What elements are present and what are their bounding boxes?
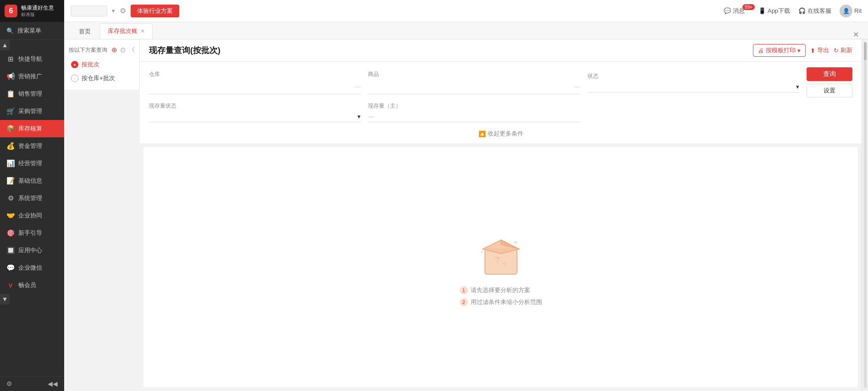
sidebar-nav: ▲ ⊞ 快捷导航 📢 营销推广 📋 销售管理 🛒 采购管理 📦 库存核算 💰 资…	[0, 40, 64, 376]
collapse-sidebar-btn[interactable]: ◀◀	[48, 380, 58, 387]
product-dots[interactable]: ···	[574, 83, 580, 91]
breadcrumb-input[interactable]	[71, 5, 107, 16]
stock-status-select[interactable]: ▾	[149, 111, 361, 122]
topbar: ▾ ⚙ 体验行业方案 💬 消息 99+ 📱 App下载 🎧 在线客服 👤 Rit	[64, 0, 868, 22]
quick-nav-icon: ⊞	[6, 55, 15, 63]
sidebar-scroll-up[interactable]: ▲	[0, 40, 10, 50]
sidebar-item-app-center[interactable]: 🔲 应用中心	[0, 242, 64, 259]
svg-text:✦: ✦	[480, 250, 484, 255]
sidebar-item-inventory[interactable]: 📦 库存核算	[0, 120, 64, 137]
basic-info-icon: 📝	[6, 177, 15, 185]
filter-area: 仓库 ··· 商品 ···	[140, 62, 862, 143]
settings-footer-btn[interactable]: ⚙	[6, 380, 12, 387]
wechat-icon: 💬	[6, 264, 15, 272]
filter-status: 状态 ▾	[588, 72, 799, 92]
system-icon: ⚙	[6, 194, 15, 202]
search-icon: 🔍	[6, 27, 14, 34]
collapse-more-btn[interactable]: 🔼 收起更多条件	[149, 127, 852, 138]
query-btn[interactable]: 查询	[807, 67, 852, 81]
tab-home[interactable]: 首页	[71, 24, 98, 39]
sidebar-item-guide[interactable]: 🎯 新手引导	[0, 224, 64, 242]
sidebar-item-system[interactable]: ⚙ 系统管理	[0, 190, 64, 207]
filter-row-1: 仓库 ··· 商品 ···	[149, 67, 852, 98]
action-buttons: 查询 设置	[807, 67, 852, 98]
refresh-btn[interactable]: ↻ 刷新	[834, 46, 852, 54]
scrollbar-track	[864, 42, 867, 388]
avatar: 👤	[840, 5, 852, 17]
add-schema-btn[interactable]: ⊕	[111, 46, 117, 54]
service-icon: 🎧	[798, 7, 806, 14]
left-panel: 按以下方案查询 ⊕ ⊙ 《 ● 按批次	[64, 39, 140, 90]
filter-warehouse: 仓库 ···	[149, 71, 361, 94]
download-icon: 📱	[758, 7, 766, 14]
filter-stock-status: 现存量状态 ▾	[149, 102, 361, 122]
left-panel-actions: ⊕ ⊙ 《	[111, 46, 135, 54]
message-icon: 💬	[724, 7, 731, 14]
app-center-icon: 🔲	[6, 246, 15, 255]
sidebar-item-quick-nav[interactable]: ⊞ 快捷导航	[0, 50, 64, 68]
right-panel: 现存量查询(按批次) 🖨 按模板打印 ▾ ⬆ 导出 ↻	[140, 39, 862, 391]
stock-qty-placeholder: —	[368, 113, 374, 120]
sidebar-scroll-down[interactable]: ▼	[0, 294, 10, 304]
stock-qty-label: 现存量（主）	[368, 102, 580, 110]
export-btn[interactable]: ⬆ 导出	[810, 46, 829, 54]
right-scrollbar[interactable]	[862, 39, 868, 391]
hint-item-1: 1 请先选择要分析的方案	[460, 286, 542, 294]
product-input[interactable]	[368, 81, 570, 92]
schema-settings-btn[interactable]: ⊙	[120, 46, 126, 54]
product-label: 商品	[368, 71, 580, 78]
content-area: 按以下方案查询 ⊕ ⊙ 《 ● 按批次	[64, 39, 868, 391]
tab-inventory-batch[interactable]: 库存批次账 ✕	[100, 23, 153, 39]
chevron-down-icon[interactable]: ▾	[112, 7, 115, 14]
export-icon: ⬆	[810, 47, 815, 54]
stock-status-label: 现存量状态	[149, 102, 361, 110]
print-btn[interactable]: 🖨 按模板打印 ▾	[753, 44, 806, 57]
empty-hints: 1 请先选择要分析的方案 2 用过滤条件来缩小分析范围	[460, 286, 542, 306]
schema-item-by-warehouse-batch[interactable]: ○ 按仓库+批次	[64, 71, 139, 85]
status-select[interactable]: ▾	[588, 81, 799, 92]
warehouse-input[interactable]	[149, 81, 351, 92]
sidebar-item-wechat[interactable]: 💬 企业微信	[0, 259, 64, 277]
purchase-icon: 🛒	[6, 107, 15, 115]
sidebar-item-marketing[interactable]: 📢 营销推广	[0, 68, 64, 85]
sidebar-search[interactable]: 🔍 搜索菜单	[0, 22, 64, 40]
page-header: 现存量查询(按批次) 🖨 按模板打印 ▾ ⬆ 导出 ↻	[140, 39, 862, 62]
sidebar-item-sales[interactable]: 📋 销售管理	[0, 85, 64, 103]
page-header-top: 现存量查询(按批次) 🖨 按模板打印 ▾ ⬆ 导出 ↻	[149, 44, 852, 57]
message-btn[interactable]: 💬 消息 99+	[724, 7, 750, 15]
sidebar-header: 6 畅康通好生意 标准版	[0, 0, 64, 22]
collapse-left-panel-btn[interactable]: 《	[129, 46, 135, 54]
topbar-actions: 💬 消息 99+ 📱 App下载 🎧 在线客服 👤 Rit	[724, 5, 862, 17]
sidebar-item-purchase[interactable]: 🛒 采购管理	[0, 103, 64, 120]
online-service-btn[interactable]: 🎧 在线客服	[798, 7, 831, 15]
app-title: 畅康通好生意 标准版	[21, 5, 54, 18]
sidebar-item-finance[interactable]: 💰 资金管理	[0, 137, 64, 155]
guide-icon: 🎯	[6, 229, 15, 237]
schema-item-by-batch[interactable]: ● 按批次	[64, 58, 139, 71]
schema-active-icon: ●	[71, 60, 79, 69]
tab-close-icon[interactable]: ✕	[140, 28, 145, 34]
sidebar-item-operations[interactable]: 📊 经营管理	[0, 155, 64, 172]
sidebar-item-enterprise[interactable]: 🤝 企业协同	[0, 207, 64, 224]
settings-btn[interactable]: 设置	[807, 84, 852, 98]
filter-product: 商品 ···	[368, 71, 580, 94]
svg-text:?: ?	[502, 261, 506, 269]
sidebar-item-member[interactable]: V 畅会员	[0, 277, 64, 294]
member-icon: V	[6, 281, 15, 289]
user-avatar[interactable]: 👤 Rit	[840, 5, 862, 17]
sales-icon: 📋	[6, 90, 15, 98]
main-area: ▾ ⚙ 体验行业方案 💬 消息 99+ 📱 App下载 🎧 在线客服 👤 Rit	[64, 0, 868, 391]
left-panel-wrap: 按以下方案查询 ⊕ ⊙ 《 ● 按批次	[64, 39, 140, 391]
operations-icon: 📊	[6, 159, 15, 168]
warehouse-dots[interactable]: ···	[355, 83, 361, 91]
topbar-gear-icon[interactable]: ⚙	[120, 6, 126, 15]
svg-text:?: ?	[495, 255, 500, 265]
app-download-btn[interactable]: 📱 App下载	[758, 7, 790, 15]
trial-btn[interactable]: 体验行业方案	[131, 5, 179, 17]
inventory-icon: 📦	[6, 125, 15, 133]
warehouse-label: 仓库	[149, 71, 361, 78]
sidebar-item-basic-info[interactable]: 📝 基础信息	[0, 172, 64, 190]
close-panel-btn[interactable]: ✕	[853, 30, 859, 39]
svg-text:✦: ✦	[513, 239, 518, 246]
hint-item-2: 2 用过滤条件来缩小分析范围	[460, 298, 542, 306]
